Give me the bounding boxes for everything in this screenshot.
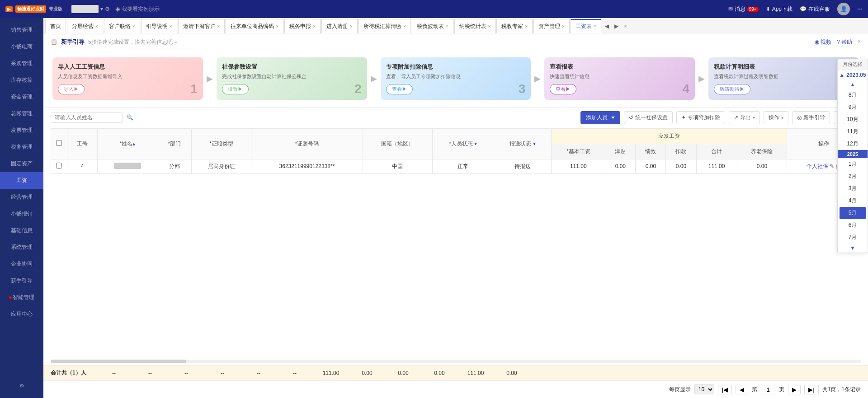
step1-btn[interactable]: 导入▶ (58, 84, 85, 94)
sidebar-item-purchase[interactable]: 采购管理 (0, 55, 43, 72)
month-item-10[interactable]: 10月 (838, 113, 868, 126)
sidebar-item-guide[interactable]: 新手引导 (0, 272, 43, 289)
sidebar-item-sales[interactable]: 销售管理 (0, 22, 43, 38)
month-item-8[interactable]: 8月 (838, 89, 868, 101)
row-checkbox[interactable] (51, 159, 67, 173)
tab-contacts[interactable]: 客户联络× (104, 19, 140, 33)
settings-icon[interactable]: ⚙ (105, 6, 110, 12)
month-item-9[interactable]: 9月 (838, 101, 868, 113)
sidebar-item-basic[interactable]: 基础信息 (0, 222, 43, 239)
step4-btn[interactable]: 查看▶ (550, 84, 576, 94)
month-nav-down[interactable]: ▼ (838, 243, 868, 253)
message-btn[interactable]: ✉ 消息 99+ (728, 5, 759, 13)
sidebar-item-finance[interactable]: 资金管理 (0, 89, 43, 105)
month-item-3[interactable]: 3月 (838, 183, 868, 195)
sidebar-settings-btn[interactable]: ⚙ (18, 378, 26, 393)
step5-btn[interactable]: 敬请期待▶ (714, 84, 750, 94)
year-up-icon[interactable]: ▲ (839, 72, 844, 78)
edit-icon[interactable]: ✎ (830, 163, 834, 169)
sidebar-item-smart[interactable]: 智能管理 (0, 289, 43, 306)
sidebar-item-tax[interactable]: 税务管理 (0, 139, 43, 155)
select-all-checkbox[interactable] (56, 140, 62, 146)
tab-tax-expert[interactable]: 税收专家× (496, 19, 533, 33)
first-page-btn[interactable]: |◀ (718, 385, 732, 394)
tab-tax-burden[interactable]: 税负波动表× (412, 19, 453, 33)
tab-close-clear[interactable]: × (350, 24, 353, 29)
account-dropdown-icon[interactable]: ▾ (100, 6, 103, 12)
app-download-btn[interactable]: ⬇ App下载 (766, 5, 793, 13)
tab-close-guide[interactable]: × (170, 24, 172, 29)
demo-btn[interactable]: ◉ 我要看实例演示 (115, 5, 160, 13)
online-service-btn[interactable]: 💬 在线客服 (800, 5, 830, 13)
guide-close-btn[interactable]: × (858, 38, 861, 46)
step3-btn[interactable]: 查看▶ (386, 84, 413, 94)
tab-goods-code[interactable]: 往来单位商品编码× (226, 19, 283, 33)
user-avatar[interactable]: 👤 (837, 3, 850, 15)
tab-invite[interactable]: 邀请下游客户× (178, 19, 225, 33)
last-page-btn[interactable]: ▶| (804, 385, 818, 394)
sidebar-item-system[interactable]: 系统管理 (0, 239, 43, 256)
sidebar-item-apps[interactable]: 应用中心 (0, 306, 43, 323)
new-guide-btn[interactable]: ◎ 新手引导 (792, 111, 830, 124)
month-item-1[interactable]: 1月 (838, 158, 868, 170)
tab-asset[interactable]: 资产管理× (533, 19, 570, 33)
prev-page-btn[interactable]: ◀ (736, 385, 748, 394)
user-menu-btn[interactable]: ⋯ (857, 6, 863, 12)
tab-clear[interactable]: 进入清册× (321, 19, 358, 33)
guide-video-btn[interactable]: ◉ 视频 (815, 38, 831, 46)
month-item-5[interactable]: 5月 (840, 207, 866, 219)
tab-segments[interactable]: 分层经营× (67, 19, 103, 33)
sidebar-item-report[interactable]: 小畅报销 (0, 206, 43, 222)
tab-close-segments[interactable]: × (95, 24, 98, 29)
tab-guide[interactable]: 引导说明× (141, 19, 177, 33)
sidebar-item-salary[interactable]: 工资 (0, 172, 43, 189)
month-nav-up[interactable]: ▲ (838, 80, 868, 89)
tab-tax-report[interactable]: 税务申报× (284, 19, 321, 33)
export-btn[interactable]: ↗ 导出 ▾ (729, 111, 760, 124)
account-selector[interactable]: ▾ ⚙ (71, 5, 110, 13)
month-item-2[interactable]: 2月 (838, 170, 868, 183)
add-person-btn[interactable]: 添加人员 (580, 111, 620, 124)
sidebar-item-invoice[interactable]: 发票管理 (0, 122, 43, 139)
search-btn[interactable]: 🔍 (127, 114, 133, 121)
sidebar-item-fixed[interactable]: 固定资产 (0, 155, 43, 172)
tab-tax-stat[interactable]: 纳税统计表× (454, 19, 496, 33)
tab-close-asset[interactable]: × (562, 24, 565, 29)
tab-close-contacts[interactable]: × (132, 24, 135, 29)
month-item-11[interactable]: 11月 (838, 126, 868, 138)
tab-close-tax-report[interactable]: × (313, 24, 316, 29)
month-item-4[interactable]: 4月 (838, 195, 868, 207)
next-page-btn[interactable]: ▶ (788, 385, 801, 394)
unified-social-btn[interactable]: ↺ 统一社保设置 (624, 111, 673, 124)
tab-prev-btn[interactable]: ◀ (602, 23, 612, 29)
tab-close-tax-burden[interactable]: × (446, 24, 448, 29)
tab-close-income-tax[interactable]: × (403, 24, 406, 29)
search-input[interactable] (51, 112, 123, 123)
tab-close-all-btn[interactable]: × (621, 23, 630, 29)
operate-btn[interactable]: 操作 ▾ (764, 111, 788, 124)
scroll-thumb[interactable] (51, 360, 186, 363)
step2-btn[interactable]: 设置▶ (222, 84, 249, 94)
month-item-6[interactable]: 6月 (838, 219, 868, 231)
sidebar-item-inventory[interactable]: 库存核算 (0, 72, 43, 89)
tab-next-btn[interactable]: ▶ (612, 23, 621, 29)
scroll-track[interactable] (51, 360, 861, 363)
tab-home[interactable]: 首页 (45, 19, 66, 33)
sidebar-item-collab[interactable]: 企业协同 (0, 256, 43, 272)
month-item-12[interactable]: 12月 (838, 138, 868, 150)
tab-close-tax-expert[interactable]: × (525, 24, 528, 29)
sidebar-item-ledger[interactable]: 总账管理 (0, 105, 43, 122)
special-deduct-btn[interactable]: ✦ 专项附加扣除 (676, 111, 725, 124)
tab-close-invite[interactable]: × (217, 24, 220, 29)
sidebar-item-operation[interactable]: 经营管理 (0, 189, 43, 206)
sidebar-item-ecommerce[interactable]: 小畅电商 (0, 38, 43, 55)
page-input[interactable] (761, 385, 775, 394)
month-item-7[interactable]: 7月 (838, 231, 868, 243)
guide-help-btn[interactable]: ? 帮助 (837, 38, 852, 46)
tab-income-tax[interactable]: 所得税汇算清缴× (359, 19, 411, 33)
tab-close-tax-stat[interactable]: × (488, 24, 491, 29)
tab-close-goods[interactable]: × (276, 24, 278, 29)
tab-close-salary[interactable]: × (594, 24, 596, 29)
tab-salary[interactable]: 工资表× (571, 19, 601, 33)
page-size-select[interactable]: 10 20 50 (694, 384, 714, 394)
